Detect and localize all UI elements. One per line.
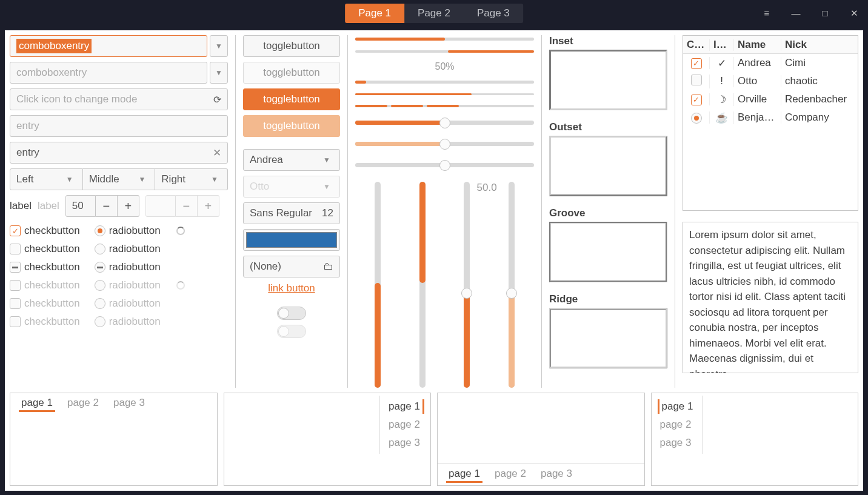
clear-icon[interactable]: ✕: [213, 147, 221, 159]
dropdown-right[interactable]: Right▼: [155, 168, 228, 190]
link-button[interactable]: link button: [243, 282, 340, 294]
col-header-cool[interactable]: Cool: [683, 39, 710, 51]
radiobutton-selected[interactable]: [95, 225, 105, 236]
frame-inset: [549, 50, 667, 110]
dropdown-middle[interactable]: Middle▼: [83, 168, 156, 190]
nb2-tab-3[interactable]: page 3: [386, 436, 424, 450]
notebook-right-tabs: page 1 page 2 page 3: [224, 393, 432, 486]
checkbutton-disabled-2: [10, 298, 21, 309]
column-progress-sliders: 50% 50.0: [355, 35, 534, 388]
dropdown-group: Left▼ Middle▼ Right▼: [10, 168, 228, 190]
entry-with-clear[interactable]: entry ✕: [10, 142, 228, 164]
levelbar-segmented: [355, 105, 534, 107]
levelbar-2: [355, 93, 534, 95]
combobox-entry-focused[interactable]: comboboxentry: [10, 35, 207, 57]
radiobutton-mixed[interactable]: [95, 262, 105, 273]
treeview[interactable]: Cool Icon Name Nick ✓✓AndreaCimi!Ottocha…: [683, 35, 858, 211]
header-tab-page-3[interactable]: Page 3: [464, 4, 523, 23]
column-inputs: comboboxentry ▼ comboboxentry ▼ Click ic…: [10, 35, 228, 388]
slider-vertical-2[interactable]: [419, 182, 426, 388]
row-cool-toggle[interactable]: ✓: [691, 58, 702, 69]
checkbutton-mixed[interactable]: [10, 262, 21, 273]
nb4-tab-3[interactable]: page 3: [658, 436, 696, 450]
frame-label-outset: Outset: [549, 121, 667, 133]
row-status-icon: ☽: [710, 93, 734, 106]
nb1-tab-2[interactable]: page 2: [65, 396, 101, 412]
slider-vertical-3[interactable]: [464, 182, 470, 388]
switch-1[interactable]: [277, 307, 306, 320]
row-nick: chaotic: [781, 75, 858, 87]
row-cool-toggle[interactable]: [691, 75, 702, 85]
nb3-tab-3[interactable]: page 3: [538, 467, 575, 483]
spin-minus[interactable]: −: [96, 195, 118, 217]
combobox-dropdown-button[interactable]: ▼: [210, 35, 228, 57]
col-header-name[interactable]: Name: [734, 39, 781, 51]
refresh-icon[interactable]: ⟳: [213, 94, 221, 105]
nb1-tab-3[interactable]: page 3: [111, 396, 147, 412]
nb3-tab-1[interactable]: page 1: [446, 467, 482, 483]
hamburger-menu-icon[interactable]: ≡: [758, 8, 776, 19]
color-button[interactable]: [243, 229, 340, 251]
table-row[interactable]: ✓✓AndreaCimi: [683, 54, 858, 72]
row-status-icon: ✓: [710, 57, 734, 70]
entry-placeholder[interactable]: entry: [10, 115, 228, 137]
radiobutton-disabled-3: [95, 316, 105, 327]
nb2-tab-2[interactable]: page 2: [386, 417, 424, 432]
table-row[interactable]: !Ottochaotic: [683, 72, 858, 90]
row-cool-toggle[interactable]: ✓: [691, 95, 702, 105]
label-enabled: label: [10, 200, 32, 212]
combobox-entry[interactable]: comboboxentry: [10, 62, 207, 84]
slider-horizontal-2[interactable]: [355, 142, 534, 146]
row-nick: Redenbacher: [781, 93, 858, 105]
togglebutton-1[interactable]: togglebutton: [243, 35, 340, 57]
togglebutton-active[interactable]: togglebutton: [243, 88, 340, 110]
nb4-tab-2[interactable]: page 2: [658, 417, 696, 432]
slider-horizontal-3[interactable]: [355, 163, 534, 167]
spin-button-disabled: − +: [145, 195, 219, 217]
table-row[interactable]: ☕Benja…Company: [683, 108, 858, 127]
row-status-icon: ☕: [710, 111, 734, 124]
header-tab-page-1[interactable]: Page 1: [345, 4, 404, 23]
folder-icon: 🗀: [323, 261, 333, 273]
radiobutton-disabled-2: [95, 298, 105, 309]
slider-vertical-4[interactable]: [509, 182, 515, 388]
scale-label: 50.0: [477, 182, 497, 194]
dropdown-left[interactable]: Left▼: [10, 168, 83, 190]
checkbutton-checked[interactable]: ✓: [10, 225, 21, 236]
radiobutton-unselected[interactable]: [95, 244, 105, 254]
slider-horizontal-1[interactable]: [355, 121, 534, 125]
titlebar: Page 1 Page 2 Page 3 ≡ — □ ✕: [0, 0, 868, 27]
column-treeview-text: Cool Icon Name Nick ✓✓AndreaCimi!Ottocha…: [683, 35, 858, 388]
combobox-dropdown-button-2[interactable]: ▼: [210, 62, 228, 84]
spin-plus[interactable]: +: [118, 195, 139, 217]
nb1-tab-1[interactable]: page 1: [19, 396, 55, 412]
frame-label-groove: Groove: [549, 207, 667, 219]
togglebutton-disabled: togglebutton: [243, 62, 340, 84]
maximize-icon[interactable]: □: [816, 8, 834, 19]
row-name: Andrea: [734, 57, 781, 69]
nb3-tab-2[interactable]: page 2: [492, 467, 529, 483]
frame-outset: [549, 136, 667, 196]
nb2-tab-1[interactable]: page 1: [386, 399, 424, 414]
close-icon[interactable]: ✕: [845, 8, 863, 19]
row-name: Otto: [734, 75, 781, 87]
minimize-icon[interactable]: —: [787, 8, 805, 19]
file-chooser[interactable]: (None)🗀: [243, 256, 340, 277]
table-row[interactable]: ✓☽OrvilleRedenbacher: [683, 90, 858, 108]
col-header-nick[interactable]: Nick: [781, 39, 858, 51]
header-tab-page-2[interactable]: Page 2: [404, 4, 464, 23]
nb4-tab-1[interactable]: page 1: [658, 399, 696, 414]
spin-button[interactable]: 50 − +: [65, 195, 139, 217]
mode-entry[interactable]: Click icon to change mode ⟳: [10, 88, 228, 110]
notebook-top-tabs: page 1 page 2 page 3: [10, 393, 218, 486]
font-button[interactable]: Sans Regular12: [243, 202, 340, 224]
text-view[interactable]: Lorem ipsum dolor sit amet, consectetur …: [683, 222, 858, 373]
radiobutton-disabled-1: [95, 280, 105, 291]
row-cool-toggle[interactable]: [691, 113, 702, 124]
slider-vertical-1[interactable]: [375, 182, 381, 388]
col-header-icon[interactable]: Icon: [710, 39, 734, 51]
checkbutton-unchecked[interactable]: [10, 244, 21, 254]
column-buttons: togglebutton togglebutton togglebutton t…: [243, 35, 340, 388]
combobox-andrea[interactable]: Andrea▼: [243, 149, 340, 171]
header-page-tabs: Page 1 Page 2 Page 3: [345, 4, 523, 23]
